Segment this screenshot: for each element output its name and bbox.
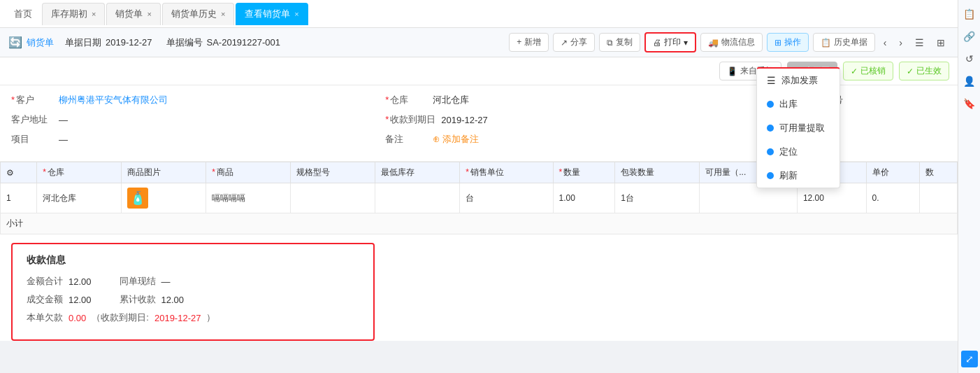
panel-refresh-icon[interactable]: ↺ xyxy=(961,50,978,67)
due-note-end: ） xyxy=(206,311,215,324)
address-field: 客户地址 — xyxy=(11,113,199,126)
due-amount-row: 本单欠款 0.00 （收款到期日: 2019-12-27 ） xyxy=(27,311,215,324)
print-button[interactable]: 🖨 打印 ▾ xyxy=(644,32,696,52)
copy-button[interactable]: ⧉ 复制 xyxy=(599,33,640,52)
operate-button[interactable]: ⊞ 操作 xyxy=(767,33,809,52)
th-settings[interactable]: ⚙ xyxy=(1,162,37,183)
th-more: 数 xyxy=(919,162,957,183)
th-unit-price: 单价 xyxy=(866,162,919,183)
cumulative-label: 累计收款 xyxy=(120,293,156,306)
payment-row-1: 金额合计 12.00 同单现结 — xyxy=(27,275,359,288)
warehouse-field: 仓库 河北仓库 xyxy=(385,94,572,106)
panel-doc-icon[interactable]: 📋 xyxy=(961,6,978,22)
history-button[interactable]: 📋 历史单据 xyxy=(813,33,875,52)
print-icon: 🖨 xyxy=(653,38,661,48)
panel-expand-icon[interactable]: ⤢ xyxy=(961,351,978,367)
dropdown-menu: ☰ 添加发票 出库 可用量提取 定位 刷新 xyxy=(756,67,840,188)
th-product-img: 商品图片 xyxy=(122,162,206,183)
doc-number-field: 单据编号 SA-20191227-001 xyxy=(166,36,281,49)
cumulative-field: 累计收款 12.00 xyxy=(120,293,185,306)
payment-date-value: 2019-12-27 xyxy=(441,115,488,125)
share-button[interactable]: ↗ 分享 xyxy=(553,33,595,52)
payment-title: 收款信息 xyxy=(27,254,359,267)
note-label: 备注 xyxy=(385,133,427,146)
outbound-dot xyxy=(767,101,774,108)
panel-link-icon[interactable]: 🔗 xyxy=(961,28,978,45)
tab-sales-history-close[interactable]: × xyxy=(221,10,225,18)
cumulative-value: 12.00 xyxy=(161,295,185,305)
total-amount-label: 金额合计 xyxy=(27,275,63,288)
tab-view-sales[interactable]: 查看销货单 × xyxy=(236,3,308,25)
tab-sales-history-label: 销货单历史 xyxy=(171,8,217,20)
panel-tag-icon[interactable]: 🔖 xyxy=(961,95,978,112)
doc-header: 🔄 销货单 单据日期 2019-12-27 单据编号 SA-20191227-0… xyxy=(0,28,958,57)
dropdown-add-invoice[interactable]: ☰ 添加发票 xyxy=(757,69,840,92)
tab-sales-history[interactable]: 销货单历史 × xyxy=(162,3,234,25)
due-amount-value: 0.00 xyxy=(69,313,86,323)
project-value: — xyxy=(59,134,68,145)
row-unit: 台 xyxy=(460,183,553,213)
dropdown-available-qty[interactable]: 可用量提取 xyxy=(757,116,840,140)
new-button[interactable]: + 新增 xyxy=(509,33,548,52)
deal-amount-value: 12.00 xyxy=(69,295,92,305)
history-icon: 📋 xyxy=(821,38,831,48)
tab-view-sales-label: 查看销货单 xyxy=(245,8,290,20)
warehouse-label: 仓库 xyxy=(385,94,427,106)
effected-icon: ✓ xyxy=(907,66,914,76)
truck-icon: 🚚 xyxy=(708,38,719,48)
subtotal-row: 小计 xyxy=(1,213,958,234)
row-pack-qty: 1台 xyxy=(615,183,700,213)
th-pack-qty: 包装数量 xyxy=(615,162,700,183)
doc-date-value: 2019-12-27 xyxy=(106,37,152,48)
row-warehouse: 河北仓库 xyxy=(37,183,122,213)
tab-inventory-close[interactable]: × xyxy=(92,10,96,18)
same-order-value: — xyxy=(161,276,171,287)
logistics-button[interactable]: 🚚 物流信息 xyxy=(700,33,763,52)
project-field: 项目 — xyxy=(11,133,199,146)
add-note-btn[interactable]: ⊕ 添加备注 xyxy=(433,133,479,146)
verified-button[interactable]: ✓ 已核销 xyxy=(843,62,893,80)
tab-inventory[interactable]: 库存期初 × xyxy=(42,3,105,25)
dropdown-outbound[interactable]: 出库 xyxy=(757,92,840,116)
view-grid-icon[interactable]: ⊞ xyxy=(932,34,949,51)
customer-value[interactable]: 柳州粤港平安气体有限公司 xyxy=(59,94,168,106)
row-product-img: 🧴 xyxy=(122,183,206,213)
tab-home[interactable]: 首页 xyxy=(6,8,41,20)
right-panel: 📋 🔗 ↺ 👤 🔖 ⤢ xyxy=(958,0,980,373)
doc-type-label: 销货单 xyxy=(27,36,54,49)
row-min-stock xyxy=(375,183,460,213)
tab-sales[interactable]: 销货单 × xyxy=(106,3,160,25)
address-value: — xyxy=(59,115,68,125)
doc-actions: + 新增 ↗ 分享 ⧉ 复制 🖨 打印 ▾ 🚚 物流信息 xyxy=(509,32,949,52)
invoice-icon: ☰ xyxy=(767,75,776,86)
phone-icon: 📱 xyxy=(727,66,737,76)
due-note: （收款到期日: xyxy=(92,311,149,324)
payment-date-field: 收款到期日 2019-12-27 xyxy=(385,113,572,126)
dropdown-locate[interactable]: 定位 xyxy=(757,140,840,164)
same-order-label: 同单现结 xyxy=(120,275,156,288)
dropdown-refresh[interactable]: 刷新 xyxy=(757,164,840,188)
total-amount-value: 12.00 xyxy=(69,276,92,287)
doc-date-field: 单据日期 2019-12-27 xyxy=(65,36,152,49)
tab-view-sales-close[interactable]: × xyxy=(294,10,298,18)
product-image: 🧴 xyxy=(127,188,148,209)
subtotal-label: 小计 xyxy=(1,213,958,234)
doc-type-icon: 🔄 xyxy=(8,36,22,49)
nav-prev-btn[interactable]: ‹ xyxy=(879,34,891,51)
check-icon: ✓ xyxy=(851,66,858,76)
locate-dot xyxy=(767,148,774,155)
nav-next-btn[interactable]: › xyxy=(895,34,907,51)
project-label: 项目 xyxy=(11,133,53,146)
plus-icon: ⊕ xyxy=(433,134,440,144)
payment-date-label: 收款到期日 xyxy=(385,113,435,126)
tab-sales-close[interactable]: × xyxy=(147,10,151,18)
doc-date-label: 单据日期 xyxy=(65,36,101,49)
view-list-icon[interactable]: ☰ xyxy=(911,34,928,51)
deal-amount-label: 成交金额 xyxy=(27,293,63,306)
effected-button[interactable]: ✓ 已生效 xyxy=(899,62,949,80)
panel-user-icon[interactable]: 👤 xyxy=(961,73,978,90)
th-warehouse: 仓库 xyxy=(37,162,122,183)
th-unit: 销售单位 xyxy=(460,162,553,183)
doc-number-label: 单据编号 xyxy=(166,36,203,49)
row-quantity: 1.00 xyxy=(553,183,615,213)
